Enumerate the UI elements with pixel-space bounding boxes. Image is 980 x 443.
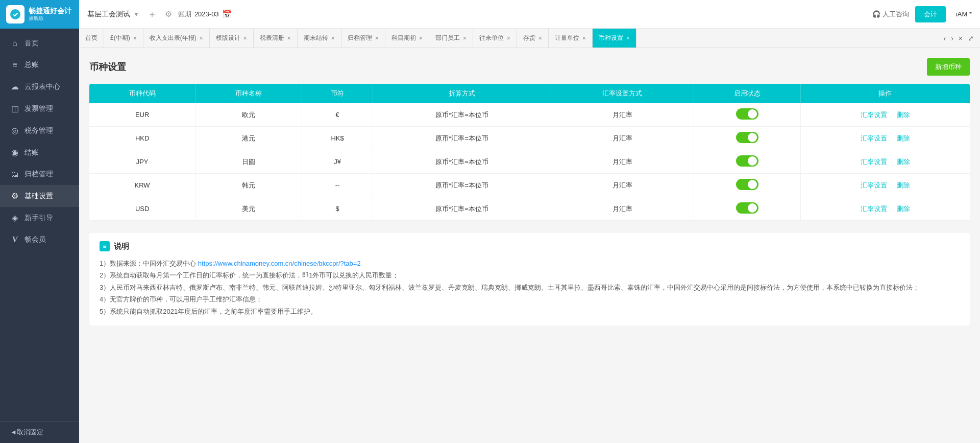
sidebar-logo: 畅捷通好会计 旗舰版 [0, 0, 79, 29]
cell-code-1: HKD [89, 127, 195, 150]
col-symbol: 币符 [302, 84, 373, 103]
delete-btn-4[interactable]: 删除 [897, 205, 910, 213]
tab-dept-staff[interactable]: 部门员工 × [429, 29, 473, 48]
toggle-enabled-1[interactable] [736, 132, 758, 143]
sidebar-item-settings[interactable]: ⚙ 基础设置 [0, 185, 79, 207]
tab-close-dept-staff[interactable]: × [463, 35, 467, 42]
table-row: EUR 欧元 € 原币*汇率=本位币 月汇率 汇率设置 删除 [89, 103, 970, 127]
cell-status-4[interactable] [694, 197, 800, 221]
toggle-enabled-4[interactable] [736, 202, 758, 214]
workspace-settings-icon[interactable]: ⚙ [165, 9, 172, 19]
rate-setting-btn-1[interactable]: 汇率设置 [861, 134, 887, 142]
col-rate-type: 汇率设置方式 [551, 84, 694, 103]
toggle-knob-2 [748, 156, 757, 166]
help-btn[interactable]: 🎧 人工咨询 [872, 10, 909, 19]
tab-tax-list[interactable]: 税表清册 × [254, 29, 298, 48]
rate-setting-btn-4[interactable]: 汇率设置 [861, 205, 887, 213]
cell-calc-2: 原币*汇率=本位币 [373, 150, 551, 174]
sidebar-item-archive[interactable]: 🗂 归档管理 [0, 164, 79, 185]
rate-setting-btn-0[interactable]: 汇率设置 [861, 111, 887, 119]
tab-close-template[interactable]: × [243, 35, 247, 42]
tab-prev-btn[interactable]: ‹ [941, 33, 948, 43]
tab-close-midperiod[interactable]: × [133, 35, 137, 42]
tab-close-subject-init[interactable]: × [419, 35, 423, 42]
period-selector[interactable]: 账期 2023-03 📅 [178, 9, 232, 19]
delete-btn-0[interactable]: 删除 [897, 111, 910, 119]
user-label: iAM * [956, 10, 972, 18]
tab-income-report[interactable]: 收入支出表(年报) × [143, 29, 210, 48]
tab-close-archive[interactable]: × [375, 35, 379, 42]
cell-actions-2: 汇率设置 删除 [800, 150, 970, 174]
rate-setting-btn-3[interactable]: 汇率设置 [861, 181, 887, 189]
tab-close-inventory[interactable]: × [538, 35, 542, 42]
toggle-knob-1 [748, 133, 757, 142]
headset-icon: 🎧 [872, 10, 880, 18]
period-label: 账期 [178, 10, 191, 19]
home-icon: ⌂ [10, 39, 19, 48]
tab-currency[interactable]: 币种设置 × [593, 29, 636, 48]
cell-status-2[interactable] [694, 150, 800, 174]
tab-archive[interactable]: 归档管理 × [341, 29, 385, 48]
sidebar-item-close[interactable]: ◉ 结账 [0, 142, 79, 164]
cell-rate-type-0: 月汇率 [551, 103, 694, 127]
notes-icon: ≡ [100, 241, 110, 251]
delete-btn-3[interactable]: 删除 [897, 181, 910, 189]
tab-close-currency[interactable]: × [626, 35, 630, 42]
tab-maximize-btn[interactable]: ⤢ [966, 33, 976, 43]
svg-point-0 [10, 9, 20, 19]
toggle-enabled-0[interactable] [736, 108, 758, 120]
tab-inventory[interactable]: 存货 × [517, 29, 549, 48]
new-currency-btn[interactable]: 新增币种 [927, 58, 970, 76]
cell-status-1[interactable] [694, 127, 800, 150]
cell-actions-4: 汇率设置 删除 [800, 197, 970, 221]
company-selector[interactable]: 基层工会测试 ▼ [87, 10, 139, 19]
topbar-right: 🎧 人工咨询 会计 iAM * [872, 6, 972, 22]
tab-template[interactable]: 模版设计 × [210, 29, 254, 48]
calendar-icon[interactable]: 📅 [222, 9, 232, 19]
page-title: 币种设置 [89, 61, 126, 73]
note-item-0: 1）数据来源：中国外汇交易中心 https://www.chinamoney.c… [100, 258, 960, 269]
tab-close-all-btn[interactable]: × [957, 33, 965, 43]
tab-counterparty[interactable]: 往来单位 × [473, 29, 517, 48]
toggle-enabled-3[interactable] [736, 179, 758, 190]
tab-period-close[interactable]: 期末结转 × [298, 29, 341, 48]
sidebar-collapse-btn[interactable]: ◄取消固定 [0, 421, 79, 443]
tab-home[interactable]: 首页 [79, 29, 104, 48]
delete-btn-2[interactable]: 删除 [897, 158, 910, 166]
sidebar-item-guide[interactable]: ◈ 新手引导 [0, 207, 79, 229]
sidebar-item-reports[interactable]: ☁ 云报表中心 [0, 76, 79, 98]
notes-external-link[interactable]: https://www.chinamoney.com.cn/chinese/bk… [198, 260, 361, 267]
sidebar-item-ledger[interactable]: ≡ 总账 [0, 54, 79, 76]
toggle-enabled-2[interactable] [736, 155, 758, 167]
member-icon: V [10, 235, 19, 244]
cell-status-3[interactable] [694, 174, 800, 197]
sidebar-item-invoices[interactable]: ◫ 发票管理 [0, 98, 79, 120]
tab-close-unit[interactable]: × [582, 35, 586, 42]
add-tab-btn[interactable]: ＋ [145, 6, 159, 22]
settings-icon: ⚙ [10, 191, 19, 201]
cell-symbol-4: $ [302, 197, 373, 221]
table-row: USD 美元 $ 原币*汇率=本位币 月汇率 汇率设置 删除 [89, 197, 970, 221]
col-status: 启用状态 [694, 84, 800, 103]
tab-midperiod[interactable]: £(中期) × [104, 29, 143, 48]
sidebar-item-member[interactable]: V 畅会员 [0, 229, 79, 250]
archive-icon: 🗂 [10, 170, 19, 179]
tabs-bar: 首页 £(中期) × 收入支出表(年报) × 模版设计 × 税表清册 × 期末结… [79, 29, 980, 48]
sidebar-item-tax[interactable]: ◎ 税务管理 [0, 120, 79, 142]
tax-icon: ◎ [10, 126, 19, 135]
cell-status-0[interactable] [694, 103, 800, 127]
tab-subject-init[interactable]: 科目期初 × [385, 29, 429, 48]
cell-code-3: KRW [89, 174, 195, 197]
delete-btn-1[interactable]: 删除 [897, 134, 910, 142]
accounting-mode-btn[interactable]: 会计 [915, 6, 946, 22]
tab-close-tax-list[interactable]: × [287, 35, 291, 42]
tab-close-period-close[interactable]: × [331, 35, 335, 42]
company-chevron-icon: ▼ [133, 11, 139, 18]
logo-icon [6, 5, 24, 24]
rate-setting-btn-2[interactable]: 汇率设置 [861, 158, 887, 166]
tab-close-income-report[interactable]: × [200, 35, 203, 42]
sidebar-item-home[interactable]: ⌂ 首页 [0, 33, 79, 54]
tab-close-counterparty[interactable]: × [507, 35, 510, 42]
tab-next-btn[interactable]: › [949, 33, 955, 43]
tab-unit[interactable]: 计量单位 × [549, 29, 593, 48]
